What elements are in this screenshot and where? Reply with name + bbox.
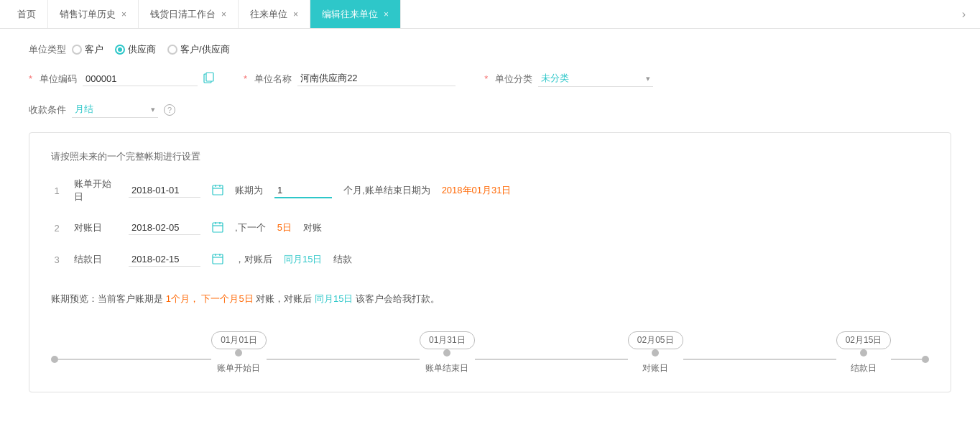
period-desc-2: ,下一个 [235, 221, 266, 234]
tl-line-3 [475, 359, 628, 360]
tl-badge-3: 02月05日 [628, 331, 683, 349]
tl-badge-2: 01月31日 [420, 331, 475, 349]
period-desc-suffix-2: 对账 [303, 221, 322, 234]
period-box: 请按照未来的一个完整帐期进行设置 1 账单开始日 2018-01-01 账期为 … [29, 132, 951, 392]
tl-line-end [891, 359, 922, 360]
preview-end: 该客户会给我打款。 [356, 293, 440, 304]
unit-category-group: * 单位分类 未分类 ▾ [484, 70, 653, 87]
period-end-date: 2018年01月31日 [442, 184, 512, 197]
unit-name-input[interactable] [297, 72, 456, 86]
period-title: 请按照未来的一个完整帐期进行设置 [51, 150, 929, 163]
period-desc-3: ，对账后 [235, 253, 272, 266]
period-index-2: 2 [51, 223, 63, 234]
radio-customer[interactable]: 客户 [72, 43, 103, 56]
tab-cash-ledger[interactable]: 钱货日清工作台 × [139, 0, 239, 28]
unit-info-row: * 单位编码 * 单位名称 * 单位分类 未分类 ▾ [29, 70, 951, 87]
period-highlight-day-3: 同月15日 [284, 253, 322, 266]
timeline-point-3: 02月05日 对账日 [628, 331, 683, 374]
timeline-point-4: 02月15日 结款日 [836, 331, 892, 374]
copy-icon[interactable] [203, 72, 215, 86]
period-index-1: 1 [51, 185, 63, 196]
calendar-icon-3[interactable] [212, 253, 223, 267]
preview-months: 1个月， [166, 293, 199, 304]
radio-both-label: 客户/供应商 [180, 43, 230, 56]
tab-bar: 首页 销售订单历史 × 钱货日清工作台 × 往来单位 × 编辑往来单位 × › [0, 0, 980, 29]
preview-reconcile-day: 下一个月5日 [201, 293, 253, 304]
radio-supplier[interactable]: 供应商 [115, 43, 156, 56]
tl-label-2: 账单结束日 [425, 362, 468, 374]
unit-type-group: 单位类型 客户 供应商 客户/供应商 [29, 43, 230, 56]
period-date-2: 2018-02-05 [129, 221, 200, 235]
required-star: * [29, 73, 32, 84]
period-highlight-day-2: 5日 [277, 221, 292, 234]
radio-circle-supplier [115, 45, 125, 55]
radio-group-unit-type: 客户 供应商 客户/供应商 [72, 43, 230, 56]
tab-partner-units[interactable]: 往来单位 × [239, 0, 310, 28]
period-desc-prefix-1: 账期为 [235, 184, 263, 197]
radio-circle-customer [72, 45, 82, 55]
period-field-label-2: 对账日 [74, 221, 117, 234]
unit-category-value: 未分类 [541, 72, 646, 85]
tl-label-1: 账单开始日 [217, 362, 260, 374]
unit-type-row: 单位类型 客户 供应商 客户/供应商 [29, 43, 951, 56]
payment-condition-value: 月结 [75, 103, 151, 116]
calendar-icon-1[interactable] [212, 184, 223, 198]
tab-edit-partner[interactable]: 编辑往来单位 × [310, 0, 401, 28]
unit-category-label: 单位分类 [495, 73, 532, 86]
tab-partner-units-label: 往来单位 [250, 8, 287, 21]
tab-cash-ledger-label: 钱货日清工作台 [150, 8, 216, 21]
required-star-3: * [484, 73, 488, 84]
tab-home[interactable]: 首页 [6, 0, 48, 28]
tab-more-button[interactable]: › [953, 8, 974, 21]
tl-label-4: 结款日 [851, 362, 877, 374]
account-preview: 账期预览：当前客户账期是 1个月， 下一个月5日 对账，对账后 同月15日 该客… [51, 284, 929, 314]
period-row-1: 1 账单开始日 2018-01-01 账期为 个月,账单结束日期为 2018年0… [51, 178, 929, 203]
period-months-input[interactable] [274, 183, 332, 198]
timeline-point-1: 01月01日 账单开始日 [211, 331, 267, 374]
period-field-label-1: 账单开始日 [74, 178, 117, 203]
payment-condition-select[interactable]: 月结 ▾ [72, 101, 158, 118]
unit-type-label: 单位类型 [29, 43, 66, 56]
svg-rect-2 [213, 185, 223, 195]
tab-sales-history[interactable]: 销售订单历史 × [48, 0, 139, 28]
period-desc-suffix-1: 个月,账单结束日期为 [343, 184, 430, 197]
radio-supplier-label: 供应商 [128, 43, 156, 56]
calendar-icon-2[interactable] [212, 221, 223, 235]
timeline-end-dot [922, 343, 929, 363]
period-index-3: 3 [51, 254, 63, 265]
tl-line-2 [267, 359, 420, 360]
unit-name-group: * 单位名称 [244, 72, 456, 86]
svg-rect-6 [213, 223, 223, 232]
period-desc-suffix-3: 结款 [333, 253, 352, 266]
svg-rect-1 [206, 73, 213, 81]
tl-line-4 [683, 359, 836, 360]
period-date-1: 2018-01-01 [129, 183, 200, 198]
close-icon[interactable]: × [121, 9, 126, 19]
unit-category-select[interactable]: 未分类 ▾ [538, 70, 653, 87]
help-icon[interactable]: ? [164, 104, 175, 116]
timeline: 01月01日 账单开始日 01月31日 账单结束日 02月05日 对账日 02月… [51, 331, 929, 374]
payment-condition-label: 收款条件 [29, 104, 66, 116]
preview-label: 账期预览：当前客户账期是 [51, 293, 163, 304]
unit-code-group: * 单位编码 [29, 72, 215, 86]
period-date-3: 2018-02-15 [129, 252, 200, 267]
preview-payment-day: 同月15日 [315, 293, 353, 304]
tl-label-3: 对账日 [642, 362, 668, 374]
period-field-label-3: 结款日 [74, 253, 117, 266]
tl-badge-1: 01月01日 [211, 331, 267, 349]
unit-code-input[interactable] [83, 72, 198, 86]
close-icon[interactable]: × [221, 9, 226, 19]
radio-both[interactable]: 客户/供应商 [167, 43, 230, 56]
tab-home-label: 首页 [17, 8, 36, 21]
close-icon[interactable]: × [293, 9, 298, 19]
radio-circle-both [167, 45, 177, 55]
unit-name-label: 单位名称 [254, 73, 292, 86]
period-row-2: 2 对账日 2018-02-05 ,下一个 5日 对账 [51, 221, 929, 235]
timeline-start-dot [51, 343, 58, 363]
preview-reconcile-desc: 对账，对账后 [256, 293, 312, 304]
tl-badge-4: 02月15日 [836, 331, 892, 349]
required-star-2: * [244, 73, 247, 84]
tl-line-1 [58, 359, 211, 360]
payment-condition-row: 收款条件 月结 ▾ ? [29, 101, 951, 118]
close-icon[interactable]: × [384, 9, 389, 19]
